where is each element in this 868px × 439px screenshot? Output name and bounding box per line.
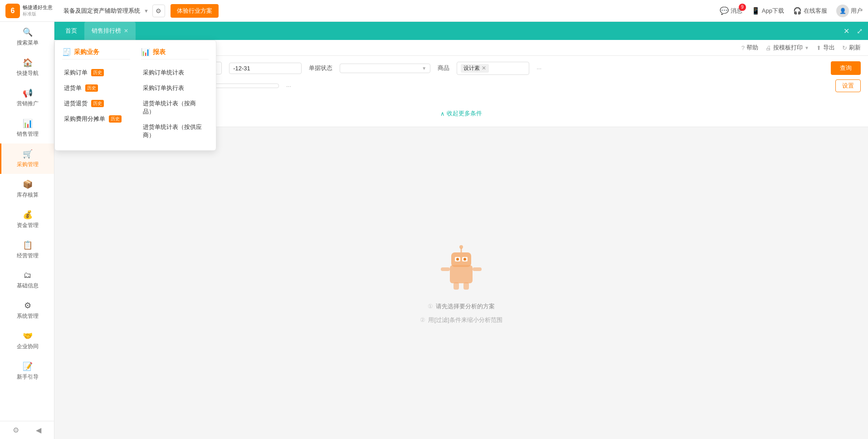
industry-btn[interactable]: 体验行业方案 xyxy=(171,4,219,18)
empty-text-2: ② 用[过滤]条件来缩小分析范围 xyxy=(420,316,502,324)
sidebar-item-quicknav[interactable]: 🏠 快捷导航 xyxy=(0,52,54,83)
sidebar-item-search[interactable]: 🔍 搜索菜单 xyxy=(0,22,54,52)
refresh-label: 刷新 xyxy=(849,44,861,52)
online-service-label: 在线客服 xyxy=(804,7,827,15)
menu-item-receive[interactable]: 进货单 历史 xyxy=(62,80,130,96)
menu-item-receive-stats-supplier[interactable]: 进货单统计表（按供应商） xyxy=(141,119,209,143)
settings-bottom-btn[interactable]: ⚙ xyxy=(13,426,19,434)
goods-label: 商品 xyxy=(438,64,449,72)
salesperson-dots[interactable]: ··· xyxy=(286,83,291,89)
sidebar-label-cooperation: 企业协同 xyxy=(17,343,39,350)
print-icon: 🖨 xyxy=(766,44,771,51)
menu-item-order-exec[interactable]: 采购订单执行表 xyxy=(141,80,209,96)
sidebar-item-marketing[interactable]: 📢 营销推广 xyxy=(0,83,54,113)
expense-history-badge: 历史 xyxy=(109,115,122,123)
basic-icon: 🗂 xyxy=(24,271,32,280)
svg-rect-11 xyxy=(463,282,469,290)
menu-item-expense[interactable]: 采购费用分摊单 历史 xyxy=(62,111,130,127)
empty-state: ① 请先选择要分析的方案 ② 用[过滤]条件来缩小分析范围 xyxy=(54,127,868,439)
order-stats-label: 采购订单统计表 xyxy=(143,69,184,77)
sales-icon: 📊 xyxy=(23,118,33,128)
sidebar-item-system[interactable]: ⚙ 系统管理 xyxy=(0,295,54,326)
bill-status-select[interactable]: ▼ xyxy=(340,64,430,73)
export-btn[interactable]: ⬆ 导出 xyxy=(816,44,835,52)
online-service-item[interactable]: 🎧 在线客服 xyxy=(793,7,827,15)
goods-more-dots[interactable]: ··· xyxy=(536,65,541,72)
collapse-label: 收起更多条件 xyxy=(447,109,482,118)
sidebar-label-finance: 资金管理 xyxy=(17,222,39,229)
receive-stats-goods-label: 进货单统计表（按商品） xyxy=(143,99,207,116)
goods-tag-value: 设计素 xyxy=(463,64,480,72)
purchase-col-title: 🧾 采购业务 xyxy=(62,48,130,59)
sidebar-item-inventory[interactable]: 📦 库存核算 xyxy=(0,174,54,204)
sidebar-item-sales[interactable]: 📊 销售管理 xyxy=(0,113,54,143)
purchase-dropdown-menu: 🧾 采购业务 采购订单 历史 进货单 历史 进货退货 历史 采购费用分摊单 历史… xyxy=(54,40,216,151)
purchase-menu-col: 🧾 采购业务 采购订单 历史 进货单 历史 进货退货 历史 采购费用分摊单 历史 xyxy=(62,48,130,143)
report-col-title: 📊 报表 xyxy=(141,48,209,59)
refresh-btn[interactable]: ↻ 刷新 xyxy=(842,44,861,52)
order-exec-label: 采购订单执行表 xyxy=(143,84,184,92)
help-btn[interactable]: ? 帮助 xyxy=(741,44,758,52)
system-dropdown-icon[interactable]: ▼ xyxy=(144,8,149,14)
logo-subtitle: 标准版 xyxy=(23,11,53,17)
print-template-btn[interactable]: 🖨 按模板打印 ▼ xyxy=(766,44,809,52)
sidebar-label-quicknav: 快捷导航 xyxy=(17,69,39,77)
print-template-label: 按模板打印 xyxy=(773,44,803,52)
help-label: 帮助 xyxy=(746,44,758,52)
goods-tag: 设计素 ✕ xyxy=(461,64,489,73)
bill-status-label: 单据状态 xyxy=(309,64,332,72)
purchase-order-label: 采购订单 xyxy=(64,69,88,77)
tab-home-label: 首页 xyxy=(65,27,77,35)
sidebar-label-purchase: 采购管理 xyxy=(17,161,39,168)
system-icon: ⚙ xyxy=(24,301,31,311)
gear-button[interactable]: ⚙ xyxy=(152,5,165,17)
tab-close-icon[interactable]: ✕ xyxy=(124,28,128,34)
sidebar-item-guide[interactable]: 📝 新手引导 xyxy=(0,356,54,386)
report-menu-col: 📊 报表 采购订单统计表 采购订单执行表 进货单统计表（按商品） 进货单统计表（… xyxy=(141,48,209,143)
sidebar-item-cooperation[interactable]: 🤝 企业协同 xyxy=(0,326,54,356)
empty-illustration xyxy=(439,242,484,292)
sidebar-label-basic: 基础信息 xyxy=(17,282,39,290)
app-download-item[interactable]: 📱 App下载 xyxy=(751,7,784,15)
purchase-icon: 🛒 xyxy=(23,149,33,159)
tab-fullscreen-btn[interactable]: ⤢ xyxy=(855,25,864,37)
sidebar-bottom: ⚙ ◀ xyxy=(0,421,54,439)
sidebar-label-search: 搜索菜单 xyxy=(17,39,39,47)
operation-icon: 📋 xyxy=(23,240,33,250)
svg-rect-8 xyxy=(441,267,450,271)
receive-label: 进货单 xyxy=(64,84,82,92)
goods-tag-close[interactable]: ✕ xyxy=(482,65,486,71)
goods-input[interactable]: 设计素 ✕ xyxy=(457,62,529,75)
date-range-input[interactable]: -12-31 xyxy=(229,63,302,74)
print-dropdown-icon: ▼ xyxy=(805,45,809,50)
settings-button[interactable]: 设置 xyxy=(835,79,861,92)
menu-item-return[interactable]: 进货退货 历史 xyxy=(62,96,130,111)
svg-point-5 xyxy=(463,258,466,261)
menu-item-purchase-order[interactable]: 采购订单 历史 xyxy=(62,65,130,80)
export-icon: ⬆ xyxy=(816,44,821,51)
tab-sales-rank[interactable]: 销售排行榜 ✕ xyxy=(84,22,136,40)
menu-item-order-stats[interactable]: 采购订单统计表 xyxy=(141,65,209,80)
search-icon: 🔍 xyxy=(23,27,33,37)
notification-item[interactable]: 💬 9 消息 xyxy=(720,6,742,15)
sidebar-item-operation[interactable]: 📋 经营管理 xyxy=(0,235,54,265)
tab-close-all-btn[interactable]: ✕ xyxy=(842,25,851,37)
app-download-label: App下载 xyxy=(762,7,784,15)
empty-text-1: ① 请先选择要分析的方案 xyxy=(428,302,495,311)
sidebar-item-basic[interactable]: 🗂 基础信息 xyxy=(0,265,54,295)
bill-status-dropdown-icon: ▼ xyxy=(422,66,426,71)
tab-home[interactable]: 首页 xyxy=(58,22,84,40)
refresh-icon: ↻ xyxy=(842,44,847,51)
collapse-sidebar-btn[interactable]: ◀ xyxy=(36,426,41,434)
sidebar-label-sales: 销售管理 xyxy=(17,130,39,138)
salesperson-input[interactable] xyxy=(206,84,279,88)
logo-icon: 6 xyxy=(5,4,20,18)
user-item[interactable]: 👤 用户 xyxy=(836,5,863,17)
query-button[interactable]: 查询 xyxy=(831,61,861,75)
sidebar-item-purchase[interactable]: 🛒 采购管理 xyxy=(0,143,54,174)
guide-icon: 📝 xyxy=(23,361,33,371)
header-right: 💬 9 消息 📱 App下载 🎧 在线客服 👤 用户 xyxy=(720,5,863,17)
sidebar-item-finance[interactable]: 💰 资金管理 xyxy=(0,204,54,235)
receive-stats-supplier-label: 进货单统计表（按供应商） xyxy=(143,123,207,139)
menu-item-receive-stats-goods[interactable]: 进货单统计表（按商品） xyxy=(141,96,209,119)
